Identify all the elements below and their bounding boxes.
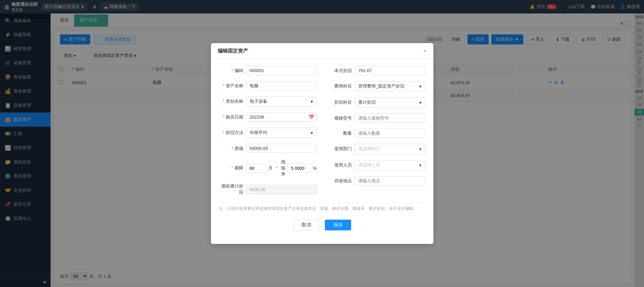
use-person-placeholder: 请选择人员 bbox=[358, 162, 380, 168]
form-row-expense-subject: 费用科目 管理费用_固定资产折旧 ▾ bbox=[328, 81, 425, 91]
chevron-down-icon: ▾ bbox=[311, 130, 313, 135]
period-input[interactable] bbox=[246, 164, 266, 173]
code-input[interactable] bbox=[246, 66, 317, 75]
depr-subject-value: 累计折旧 bbox=[358, 99, 376, 105]
category-name-value: 电子设备 bbox=[250, 98, 267, 104]
form-row-category: 类别名称 电子设备 ▾ bbox=[219, 96, 317, 106]
purchase-date-label: 购买日期 bbox=[219, 114, 246, 120]
depr-method-value: 年限平均 bbox=[250, 130, 267, 136]
form-row-code: 编码 bbox=[219, 66, 317, 75]
form-row-monthly-depr: 本月折旧 bbox=[328, 66, 425, 75]
use-person-select[interactable]: 请选择人员 ▾ bbox=[355, 160, 425, 170]
chevron-down-icon: ▾ bbox=[419, 84, 422, 89]
cancel-button[interactable]: 取消 bbox=[293, 220, 319, 230]
use-dept-placeholder: 请选择部门 bbox=[358, 146, 380, 152]
chevron-down-icon: ▾ bbox=[311, 99, 313, 104]
category-name-label: 类别名称 bbox=[219, 98, 246, 104]
residual-rate-input[interactable] bbox=[287, 164, 311, 173]
form-row-asset-name: 资产名称 bbox=[219, 81, 317, 90]
notice-text: 注：已经存在变更记录或者对应固定资产已经生成凭证，原值、购买日期、残值率、累计折… bbox=[219, 206, 417, 211]
chevron-down-icon: ▾ bbox=[419, 163, 422, 168]
modal-close-button[interactable]: × bbox=[423, 48, 426, 54]
modal-left-column: 编码 资产名称 类别名称 电子设备 ▾ bbox=[219, 66, 317, 201]
purchase-date-input[interactable] bbox=[246, 113, 317, 122]
spec-model-label: 规格型号 bbox=[328, 115, 355, 121]
residual-rate-unit: % bbox=[313, 166, 317, 171]
form-row-use-dept: 使用部门 请选择部门 ▾ bbox=[328, 144, 425, 154]
modal-overlay: 编辑固定资产 × 编码 资产名称 bbox=[0, 0, 644, 287]
form-row-storage-location: 存放地点 bbox=[328, 176, 425, 185]
expense-subject-label: 费用科目 bbox=[328, 83, 355, 89]
use-person-label: 使用人员 bbox=[328, 162, 355, 168]
use-dept-label: 使用部门 bbox=[328, 146, 355, 152]
modal-footer: 取消 保存 bbox=[219, 216, 425, 237]
purchase-date-wrap: 📅 bbox=[246, 113, 317, 122]
calendar-icon[interactable]: 📅 bbox=[309, 115, 314, 120]
monthly-depr-input[interactable] bbox=[355, 66, 425, 75]
quantity-label: 数量 bbox=[328, 130, 355, 136]
modal-title: 编辑固定资产 bbox=[218, 48, 248, 54]
depr-subject-label: 折旧科目 bbox=[328, 99, 355, 105]
monthly-depr-label: 本月折旧 bbox=[328, 68, 355, 74]
quantity-input[interactable] bbox=[355, 129, 425, 138]
expense-subject-value: 管理费用_固定资产折旧 bbox=[358, 83, 404, 89]
storage-location-input[interactable] bbox=[355, 176, 425, 185]
form-row-use-person: 使用人员 请选择人员 ▾ bbox=[328, 160, 425, 170]
use-dept-select[interactable]: 请选择部门 ▾ bbox=[355, 144, 425, 154]
period-group: 月 * 残值率 % bbox=[246, 159, 317, 177]
depr-subject-select[interactable]: 累计折旧 ▾ bbox=[355, 97, 425, 107]
save-button[interactable]: 保存 bbox=[325, 220, 351, 230]
chevron-down-icon: ▾ bbox=[419, 147, 422, 152]
category-name-select[interactable]: 电子设备 ▾ bbox=[246, 96, 317, 106]
form-row-depr-method: 折旧方法 年限平均 ▾ bbox=[219, 128, 317, 138]
form-row-original-value: 原值 bbox=[219, 144, 317, 153]
form-row-init-accum-depr: 期初累计折旧 bbox=[219, 183, 317, 195]
spec-model-input[interactable] bbox=[355, 114, 425, 123]
modal-header: 编辑固定资产 × bbox=[211, 43, 433, 59]
form-row-purchase-date: 购买日期 📅 bbox=[219, 113, 317, 122]
period-label: 期限 bbox=[219, 165, 246, 171]
chevron-down-icon: ▾ bbox=[419, 100, 422, 105]
init-accum-depr-label: 期初累计折旧 bbox=[219, 183, 246, 195]
expense-subject-select[interactable]: 管理费用_固定资产折旧 ▾ bbox=[355, 81, 425, 91]
depr-method-select[interactable]: 年限平均 ▾ bbox=[246, 128, 317, 138]
form-row-depr-subject: 折旧科目 累计折旧 ▾ bbox=[328, 97, 425, 107]
residual-rate-required-star: * bbox=[276, 166, 278, 171]
residual-rate-label: 残值率 bbox=[281, 159, 285, 177]
form-row-quantity: 数量 bbox=[328, 129, 425, 138]
modal-body: 编码 资产名称 类别名称 电子设备 ▾ bbox=[211, 59, 433, 244]
init-accum-depr-input bbox=[246, 185, 317, 194]
edit-asset-modal: 编辑固定资产 × 编码 资产名称 bbox=[211, 43, 433, 244]
original-value-label: 原值 bbox=[219, 146, 246, 152]
code-label: 编码 bbox=[219, 68, 246, 74]
form-row-spec-model: 规格型号 bbox=[328, 114, 425, 123]
original-value-input[interactable] bbox=[246, 144, 317, 153]
modal-right-column: 本月折旧 费用科目 管理费用_固定资产折旧 ▾ 折旧科目 bbox=[328, 66, 425, 201]
asset-name-input[interactable] bbox=[246, 81, 317, 90]
modal-grid: 编码 资产名称 类别名称 电子设备 ▾ bbox=[219, 66, 425, 201]
asset-name-label: 资产名称 bbox=[219, 83, 246, 89]
storage-location-label: 存放地点 bbox=[328, 178, 355, 184]
modal-notice: 注：已经存在变更记录或者对应固定资产已经生成凭证，原值、购买日期、残值率、累计折… bbox=[219, 203, 425, 216]
period-unit: 月 bbox=[268, 165, 273, 171]
depr-method-label: 折旧方法 bbox=[219, 130, 246, 136]
form-row-period: 期限 月 * 残值率 % bbox=[219, 159, 317, 177]
